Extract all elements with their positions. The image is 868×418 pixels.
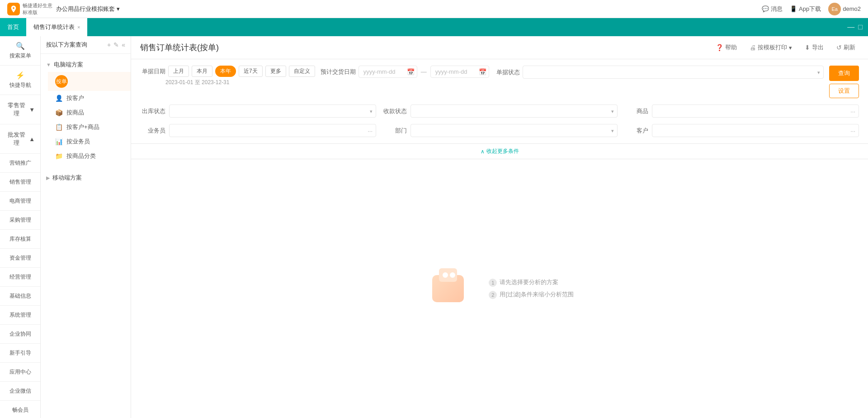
date-btn-year[interactable]: 本年: [215, 66, 236, 77]
sidebar-item-wechat[interactable]: 企业微信: [0, 382, 40, 401]
scheme-by-product-category[interactable]: 📁 按商品分类: [48, 149, 131, 163]
close-tab-icon[interactable]: ×: [77, 24, 80, 30]
scheme-by-customer[interactable]: 👤 按客户: [48, 91, 131, 105]
home-tab-label: 首页: [7, 23, 19, 31]
expected-date-label: 预计交货日期: [321, 68, 356, 76]
sidebar-item-marketing[interactable]: 营销推广: [0, 154, 40, 173]
print-caret-icon: ▾: [789, 44, 792, 51]
date-btn-7days[interactable]: 近7天: [239, 66, 263, 77]
print-icon: 🖨: [750, 44, 756, 51]
sidebar-item-quick-nav[interactable]: ⚡ 快捷导航: [0, 66, 40, 95]
refresh-icon: ↺: [836, 44, 842, 51]
date-btn-curr[interactable]: 本月: [192, 66, 212, 77]
search-button[interactable]: 查询: [829, 66, 859, 81]
date-btn-custom[interactable]: 自定义: [289, 66, 315, 77]
collapse-up-icon: ∧: [481, 148, 485, 155]
edit-scheme-icon[interactable]: ✎: [113, 41, 119, 48]
message-button[interactable]: 💬 消息: [762, 5, 783, 13]
sidebar-item-operations[interactable]: 经营管理: [0, 268, 40, 287]
collapse-panel-icon[interactable]: «: [122, 41, 125, 48]
user-menu[interactable]: Ea demo2: [828, 3, 861, 15]
sidebar-item-label: 基础信息: [9, 292, 31, 300]
template-print-label: 按模板打印: [758, 43, 787, 52]
customer-more-icon[interactable]: ···: [850, 127, 855, 134]
sidebar-item-retail[interactable]: 零售管理 ▼: [0, 95, 40, 124]
sidebar-item-system[interactable]: 系统管理: [0, 306, 40, 325]
search-menu-icon: 🔍: [16, 42, 25, 50]
sidebar-item-purchase[interactable]: 采购管理: [0, 211, 40, 230]
scheme-by-salesperson[interactable]: 📊 按业务员: [48, 134, 131, 149]
salesperson-input[interactable]: [169, 124, 376, 137]
help-button[interactable]: ❓ 帮助: [712, 42, 741, 53]
scheme-by-customer-product[interactable]: 📋 按客户+商品: [48, 120, 131, 134]
sidebar-item-ecommerce[interactable]: 电商管理: [0, 192, 40, 211]
scheme-by-order[interactable]: 按单: [48, 72, 131, 91]
dept-select[interactable]: [410, 124, 618, 137]
pc-scheme-parent[interactable]: ▼ 电脑端方案: [41, 57, 131, 72]
customer-input[interactable]: [652, 124, 859, 137]
mobile-scheme-parent[interactable]: ▶ 移动端方案: [41, 171, 131, 185]
sidebar-item-label: 批发管理: [5, 131, 27, 147]
main-layout: 🔍 搜索菜单 ⚡ 快捷导航 零售管理 ▼ 批发管理 ▲ 营销推广 销售管理 电商…: [0, 36, 868, 418]
message-label: 消息: [771, 5, 783, 13]
main-panel: 销售订单统计表(按单) ❓ 帮助 🖨 按模板打印 ▾ ⬇: [131, 36, 868, 418]
collapse-bar[interactable]: ∧ 收起更多条件: [131, 144, 868, 159]
minimize-icon[interactable]: —: [847, 23, 854, 31]
settings-button[interactable]: 设置: [829, 84, 859, 98]
sidebar-item-basic[interactable]: 基础信息: [0, 287, 40, 306]
sidebar-item-newbie[interactable]: 新手引导: [0, 344, 40, 363]
page-actions: ❓ 帮助 🖨 按模板打印 ▾ ⬇ 导出 ↺: [712, 42, 859, 53]
dept-label: 部门: [382, 127, 407, 135]
collapse-label: 收起更多条件: [486, 147, 519, 155]
sidebar-item-sales[interactable]: 销售管理: [0, 173, 40, 192]
sidebar-item-inventory[interactable]: 库存核算: [0, 230, 40, 249]
empty-illustration: [425, 266, 471, 311]
by-customer-product-icon: 📋: [55, 124, 63, 131]
sidebar-item-member[interactable]: 畅会员: [0, 401, 40, 418]
out-status-select[interactable]: [169, 104, 376, 118]
export-icon: ⬇: [805, 44, 810, 51]
logo-icon: [7, 3, 20, 15]
by-customer-product-label: 按客户+商品: [66, 123, 99, 131]
app-download-label: App下载: [799, 5, 821, 13]
download-icon: 📱: [790, 5, 797, 12]
sidebar-item-app-center[interactable]: 应用中心: [0, 363, 40, 382]
hint-text-2: 用[过滤]条件来缩小分析范围: [500, 290, 573, 299]
export-label: 导出: [812, 43, 824, 52]
left-panel-actions: + ✎ «: [107, 41, 125, 48]
sidebar-item-wholesale[interactable]: 批发管理 ▲: [0, 124, 40, 154]
top-bar-left: 畅捷通好生意 标准版 办公用品行业模拟账套 ▾: [7, 2, 120, 15]
status-select[interactable]: [523, 66, 824, 79]
nav-tabs: 首页 销售订单统计表 × — □: [0, 18, 868, 36]
sidebar-item-finance[interactable]: 资金管理: [0, 249, 40, 268]
goods-input[interactable]: [652, 104, 859, 118]
sidebar-item-search-menu[interactable]: 🔍 搜索菜单: [0, 36, 40, 66]
pc-scheme-section: ▼ 电脑端方案 按单 👤 按客户 📦 按商品: [41, 54, 131, 167]
app-download-button[interactable]: 📱 App下载: [790, 5, 821, 13]
salesperson-more-icon[interactable]: ···: [368, 127, 373, 134]
top-bar: 畅捷通好生意 标准版 办公用品行业模拟账套 ▾ 💬 消息 📱 App下载 Ea …: [0, 0, 868, 18]
workspace-selector[interactable]: 办公用品行业模拟账套 ▾: [56, 5, 120, 13]
scheme-by-product[interactable]: 📦 按商品: [48, 105, 131, 120]
template-print-button[interactable]: 🖨 按模板打印 ▾: [746, 42, 796, 53]
refresh-button[interactable]: ↺ 刷新: [833, 42, 859, 53]
payment-status-select[interactable]: [410, 104, 618, 118]
sidebar-item-label: 系统管理: [9, 311, 31, 319]
export-button[interactable]: ⬇ 导出: [801, 42, 827, 53]
tab-sales-order-stats[interactable]: 销售订单统计表 ×: [26, 18, 87, 36]
add-scheme-icon[interactable]: +: [107, 41, 111, 48]
sidebar-item-label: 零售管理: [5, 101, 27, 118]
sidebar-item-label: 应用中心: [9, 368, 31, 376]
help-icon: ❓: [716, 44, 723, 51]
sidebar: 🔍 搜索菜单 ⚡ 快捷导航 零售管理 ▼ 批发管理 ▲ 营销推广 销售管理 电商…: [0, 36, 41, 418]
tab-home[interactable]: 首页: [0, 18, 26, 36]
goods-more-icon[interactable]: ···: [850, 108, 855, 114]
date-btn-more[interactable]: 更多: [265, 66, 286, 77]
maximize-icon[interactable]: □: [858, 23, 863, 31]
sidebar-item-enterprise[interactable]: 企业协同: [0, 325, 40, 344]
goods-label: 商品: [623, 107, 648, 115]
date-btn-prev[interactable]: 上月: [168, 66, 189, 77]
left-panel: 按以下方案查询 + ✎ « ▼ 电脑端方案 按单 👤: [41, 36, 131, 418]
active-tab-label: 销售订单统计表: [33, 23, 75, 31]
page-title-row: 销售订单统计表(按单) ❓ 帮助 🖨 按模板打印 ▾ ⬇: [140, 42, 859, 53]
